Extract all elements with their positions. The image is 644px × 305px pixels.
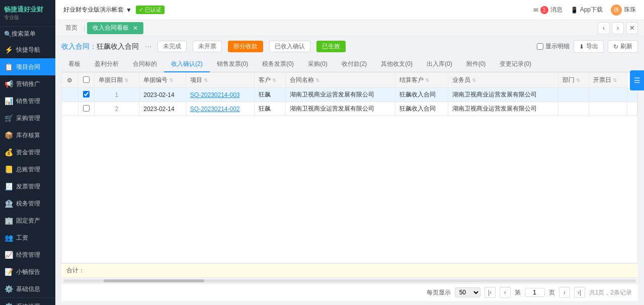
message-icon: ✉ (533, 7, 538, 14)
invoice-icon: 🧾 (4, 182, 13, 191)
cell-contract-name: 狂飙收入合同 (395, 88, 448, 102)
th-customer-label: 客户 (259, 76, 271, 84)
th-checkbox[interactable] (78, 73, 94, 88)
cell-department (589, 88, 627, 102)
export-btn[interactable]: ⬇ 导出 (574, 40, 604, 53)
tab-contract-target[interactable]: 合同标的 (126, 57, 164, 72)
sort-icon: ⇅ (204, 77, 208, 83)
sidebar-item-basic[interactable]: ⚙️ 基础信息 (0, 280, 55, 297)
sidebar-item-report[interactable]: 📝 小畅报告 (0, 263, 55, 280)
tab-attachment[interactable]: 附件(0) (459, 57, 493, 72)
scrollbar-track[interactable] (63, 279, 636, 282)
th-salesperson[interactable]: 业务员⇅ (448, 73, 558, 88)
th-customer[interactable]: 客户⇅ (255, 73, 285, 88)
tab-tax-invoice[interactable]: 税务发票(0) (255, 57, 301, 72)
sidebar-item-tax[interactable]: 🏦 税务管理 (0, 195, 55, 212)
th-end-customer[interactable]: 结算客户⇅ (395, 73, 448, 88)
table-container: ⚙ 单据日期⇅ 单据编号⇅ 项目⇅ (61, 72, 638, 263)
th-contract-name[interactable]: 合同名称⇅ (285, 73, 395, 88)
tab-prev-btn[interactable]: ‹ (598, 22, 610, 34)
right-panel-btn[interactable]: ☰ (630, 70, 644, 90)
app-download-btn[interactable]: 📱 App下载 (571, 6, 603, 14)
scrollbar-thumb[interactable] (104, 279, 204, 282)
sidebar-item-invoice[interactable]: 🧾 发票管理 (0, 178, 55, 195)
basic-icon: ⚙️ (4, 284, 13, 293)
sidebar-item-project[interactable]: 📋 项目合同 (0, 58, 55, 75)
settings-gear-icon[interactable]: ⚙ (67, 77, 72, 84)
row-checkbox[interactable] (83, 105, 90, 112)
page-input[interactable] (525, 288, 545, 297)
cell-contract-name: 狂飙收入合同 (395, 102, 448, 116)
sidebar-item-general[interactable]: 📒 总账管理 (0, 161, 55, 178)
refresh-btn[interactable]: ↻ 刷新 (608, 40, 638, 53)
cell-number[interactable]: SQ-20230214-003 (186, 88, 255, 102)
tab-payment[interactable]: 收付款(2) (335, 57, 374, 72)
th-open-date[interactable]: 开票日⇅ (589, 73, 627, 88)
sidebar-quick-nav[interactable]: ⚡ 快捷导航 (0, 41, 55, 58)
tab-income-confirm[interactable]: 收入确认(2) (164, 57, 210, 72)
sidebar-search[interactable]: 🔍 搜索菜单 (0, 27, 55, 41)
status-uninvoiced[interactable]: 未开票 (193, 41, 222, 52)
purchase-icon: 🛒 (4, 114, 13, 123)
sidebar-item-inventory[interactable]: 📦 库存核算 (0, 127, 55, 144)
th-date[interactable]: 单据日期⇅ (94, 73, 139, 88)
cell-checkbox[interactable] (78, 102, 94, 116)
inventory-icon: 📦 (4, 131, 13, 140)
th-number[interactable]: 单据编号⇅ (139, 73, 186, 88)
status-confirmed[interactable]: 已收入确认 (269, 41, 310, 52)
display-detail-checkbox[interactable]: 显示明细 (537, 42, 570, 51)
detail-checkbox-input[interactable] (537, 43, 543, 50)
tab-home[interactable]: 首页 (61, 22, 82, 34)
message-btn[interactable]: ✉ 1 消息 (533, 6, 562, 14)
status-incomplete[interactable]: 未完成 (157, 41, 187, 52)
th-settings[interactable]: ⚙ (62, 73, 78, 88)
per-page-label: 每页显示 (427, 288, 451, 297)
close-icon[interactable]: ✕ (133, 25, 138, 32)
tab-sales-invoice[interactable]: 销售发票(0) (210, 57, 256, 72)
tab-next-btn[interactable]: › (612, 22, 624, 34)
more-btn[interactable]: ··· (145, 42, 151, 51)
doc-number-link[interactable]: SQ-20230214-003 (190, 91, 240, 98)
page-prev-btn[interactable]: ‹ (500, 287, 511, 298)
ops-icon: 📈 (4, 250, 13, 259)
cell-checkbox[interactable] (78, 88, 94, 102)
th-project[interactable]: 项目⇅ (186, 73, 255, 88)
page-next-btn[interactable]: › (559, 287, 570, 298)
check-icon: ✓ (139, 7, 143, 13)
tab-other-income[interactable]: 其他收支(0) (374, 57, 420, 72)
sidebar-item-ops[interactable]: 📈 经营管理 (0, 246, 55, 263)
sidebar-item-label: 经营管理 (16, 251, 40, 259)
page-last-btn[interactable]: ›| (574, 287, 585, 298)
user-avatar[interactable]: 珠 珠珠 (611, 5, 636, 16)
scrollbar-area[interactable] (61, 277, 638, 283)
sidebar-item-label: 资金管理 (16, 148, 40, 157)
tab-contract[interactable]: 收入合同看板 ✕ (87, 22, 143, 34)
sidebar-item-assets[interactable]: 🏢 固定资产 (0, 212, 55, 229)
tab-purchase[interactable]: 采购(0) (301, 57, 335, 72)
sidebar-item-capital[interactable]: 💰 资金管理 (0, 144, 55, 161)
row-checkbox[interactable] (83, 91, 90, 97)
tab-warehouse[interactable]: 出入库(0) (420, 57, 459, 72)
sidebar-item-label: 采购管理 (16, 114, 40, 123)
status-effective[interactable]: 已生效 (316, 41, 346, 52)
company-selector[interactable]: 好业财专业版演示帐套 ▼ (63, 6, 132, 14)
tab-change-log[interactable]: 变更记录(0) (493, 57, 538, 72)
status-partial[interactable]: 部分收款 (228, 41, 263, 52)
per-page-select[interactable]: 50 100 200 (455, 287, 480, 297)
page-first-btn[interactable]: |‹ (485, 287, 496, 298)
table-footer: 合计： (61, 263, 638, 277)
tab-close-btn[interactable]: ✕ (626, 22, 638, 34)
sidebar-item-hr[interactable]: 👥 工资 (0, 229, 55, 246)
th-department[interactable]: 部门⇅ (558, 73, 589, 88)
sidebar-bottom-settings[interactable]: ⚙️ 系统设置 (0, 298, 55, 305)
sales-icon: 📊 (4, 96, 13, 106)
sidebar-item-purchase[interactable]: 🛒 采购管理 (0, 110, 55, 127)
sort-icon: ⇅ (124, 77, 128, 83)
sidebar-item-sales[interactable]: 📊 销售管理 (0, 92, 55, 110)
sidebar-item-marketing[interactable]: 📢 营销推广 (0, 75, 55, 92)
select-all-checkbox[interactable] (83, 76, 90, 83)
tab-dashboard[interactable]: 看板 (61, 57, 88, 72)
tab-profit[interactable]: 盈利分析 (88, 57, 126, 72)
doc-number-link[interactable]: SQ-20230214-002 (190, 106, 240, 113)
cell-number[interactable]: SQ-20230214-002 (186, 102, 255, 116)
